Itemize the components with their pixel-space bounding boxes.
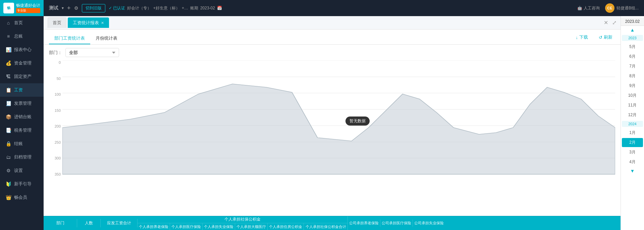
sub-tabs: 部门工资统计表 月份统计表 ↓ 下载 ↺ 刷新: [44, 30, 621, 45]
sidebar-item-closing[interactable]: 🔒 结账: [0, 137, 44, 150]
funds-icon: 💰: [5, 60, 11, 66]
month-apr[interactable]: 4月: [622, 157, 643, 167]
sidebar-item-sales[interactable]: 📦 进销台账: [0, 110, 44, 124]
content-main: 首页 工资统计报表 ✕ ✕ ⤢ 部门工资统计表 月份统计表: [44, 16, 621, 230]
toolbar: 部门： 全部 财务部 销售部 技术部: [44, 45, 621, 60]
sidebar-item-salary[interactable]: 📋 工资: [0, 83, 44, 97]
toolbar-left: 部门： 全部 财务部 销售部 技术部: [49, 48, 119, 57]
chart-svg: [62, 60, 615, 175]
month-feb-active[interactable]: 2月: [622, 138, 643, 147]
tab-salary-report[interactable]: 工资统计报表 ✕: [68, 17, 109, 28]
right-date-panel: 2023.02 ▲ 2023 5月 6月 7月 8月 9月 10月 11月 12…: [621, 16, 644, 230]
col-dept: 部门: [44, 219, 77, 227]
switch-old-version-button[interactable]: 切到旧版: [82, 4, 105, 12]
month-jul[interactable]: 7月: [622, 62, 643, 71]
month-sep[interactable]: 9月: [622, 81, 643, 90]
sidebar-item-tax[interactable]: 📑 税务管理: [0, 124, 44, 137]
tab-actions: ✕ ⤢: [604, 19, 616, 26]
year-2024-badge: 2024: [622, 121, 643, 127]
date-panel-header: 2023.02: [621, 17, 644, 26]
user-avatar: CE: [605, 3, 614, 13]
topbar-add-button[interactable]: +: [67, 5, 71, 12]
content-area: 首页 工资统计报表 ✕ ✕ ⤢ 部门工资统计表 月份统计表: [44, 16, 644, 230]
user-info[interactable]: CE 轻捷通B组...: [605, 3, 639, 13]
col-housing: 个人承担住房公积金: [268, 223, 304, 230]
dept-select[interactable]: 全部 财务部 销售部 技术部: [65, 48, 119, 57]
close-panel-button[interactable]: ✕: [604, 20, 608, 26]
topbar-right: 🤖 人工咨询 CE 轻捷通B组...: [577, 3, 639, 13]
sidebar-item-settings[interactable]: ⚙ 设置: [0, 164, 44, 177]
refresh-button[interactable]: ↺ 刷新: [596, 33, 615, 42]
dept-label: 部门：: [49, 50, 62, 56]
sidebar-item-label: 新手引导: [14, 181, 32, 187]
home-icon: ⌂: [5, 20, 11, 26]
closing-icon: 🔒: [5, 141, 11, 147]
calendar-icon[interactable]: 📅: [217, 6, 222, 10]
sidebar-item-invoice[interactable]: 🧾 发票管理: [0, 97, 44, 110]
sidebar-item-assets[interactable]: 🏗 固定资产: [0, 70, 44, 83]
refresh-icon: ↺: [599, 35, 602, 40]
month-jun[interactable]: 6月: [622, 52, 643, 61]
sidebar-item-label: 总账: [14, 33, 23, 39]
month-oct[interactable]: 10月: [622, 91, 643, 100]
sidebar-item-label: 工资: [14, 87, 23, 93]
topbar: 测试 ▾ + ⚙ 切到旧版 ✓ 已认证 好会计（专） +好生意（标） +… 账期…: [44, 0, 644, 16]
download-button[interactable]: ↓ 下载: [573, 33, 591, 42]
sub-tab-dept[interactable]: 部门工资统计表: [49, 33, 90, 44]
salary-icon: 📋: [5, 87, 11, 93]
col-c-unemploy: 公司承担失业保险: [413, 220, 445, 227]
settings-icon: ⚙: [5, 168, 11, 174]
guide-icon: 🔰: [5, 181, 11, 187]
sidebar-nav: ⌂ 首页 ≡ 总账 📊 报表中心 💰 资金管理 🏗 固定资产 📋 工资 🧾 发票…: [0, 16, 44, 230]
tab-close-button[interactable]: ✕: [101, 21, 104, 25]
sidebar: 畅 畅捷通好会计 专业版 ⌂ 首页 ≡ 总账 📊 报表中心 💰 资金管理 🏗 固…: [0, 0, 44, 230]
col-pension: 个人承担养老保险: [138, 223, 170, 230]
chart-container: 350 300 250 200 150 100 50 0: [49, 60, 615, 188]
topbar-settings-button[interactable]: ⚙: [74, 5, 78, 11]
sidebar-item-funds[interactable]: 💰 资金管理: [0, 56, 44, 70]
sidebar-item-label: 首页: [14, 20, 23, 26]
month-nov[interactable]: 11月: [622, 101, 643, 110]
month-jan[interactable]: 1月: [622, 128, 643, 137]
sales-icon: 📦: [5, 114, 11, 120]
sub-tab-monthly[interactable]: 月份统计表: [90, 33, 123, 44]
archive-icon: 🗂: [5, 154, 11, 160]
col-count: 人数: [77, 219, 101, 227]
certified-badge: ✓ 已认证: [109, 5, 125, 11]
col-unemploy: 个人承担失业保险: [203, 223, 235, 230]
topbar-status: ✓ 已认证 好会计（专） +好生意（标） +… 账期 2023-02 📅: [109, 5, 222, 11]
sidebar-item-home[interactable]: ⌂ 首页: [0, 16, 44, 30]
col-c-medical: 公司承担医疗保险: [380, 220, 413, 227]
ai-consult-button[interactable]: 🤖 人工咨询: [577, 5, 600, 11]
sidebar-item-reports[interactable]: 📊 报表中心: [0, 43, 44, 56]
date-nav-down[interactable]: ▼: [629, 167, 636, 175]
download-icon: ↓: [576, 35, 578, 40]
sidebar-item-member[interactable]: 👑 畅会员: [0, 191, 44, 204]
sidebar-item-label: 固定资产: [14, 74, 32, 80]
ai-icon: 🤖: [577, 6, 582, 10]
sidebar-item-label: 报表中心: [14, 47, 32, 53]
month-mar[interactable]: 3月: [622, 148, 643, 157]
logo-icon: 畅: [3, 3, 14, 13]
col-medical: 个人承担医疗保险: [170, 223, 203, 230]
good-accounting-badge: 好会计（专）: [127, 5, 151, 11]
sidebar-item-ledger[interactable]: ≡ 总账: [0, 30, 44, 43]
tab-home[interactable]: 首页: [48, 17, 66, 28]
sidebar-item-label: 资金管理: [14, 60, 32, 66]
month-may[interactable]: 5月: [622, 42, 643, 51]
tabs-bar: 首页 工资统计报表 ✕ ✕ ⤢: [44, 16, 621, 30]
col-total-salary: 应发工资合计: [101, 219, 138, 227]
topbar-dropdown-arrow[interactable]: ▾: [62, 6, 64, 10]
date-nav-up[interactable]: ▲: [629, 26, 636, 34]
sidebar-item-guide[interactable]: 🔰 新手引导: [0, 177, 44, 191]
expand-panel-button[interactable]: ⤢: [612, 20, 616, 26]
month-aug[interactable]: 8月: [622, 72, 643, 81]
col-c-pension: 公司承担养老保险: [348, 220, 380, 227]
sidebar-item-archive[interactable]: 🗂 归档管理: [0, 150, 44, 164]
ledger-icon: ≡: [5, 33, 11, 39]
col-group-label: 个人承担社保公积金: [138, 216, 347, 223]
col-group-individual: 个人承担社保公积金 个人承担养老保险 个人承担医疗保险 个人承担失业保险 个人承…: [138, 216, 348, 230]
sub-tab-actions: ↓ 下载 ↺ 刷新: [573, 33, 615, 44]
month-dec[interactable]: 12月: [622, 110, 643, 120]
reports-icon: 📊: [5, 47, 11, 53]
